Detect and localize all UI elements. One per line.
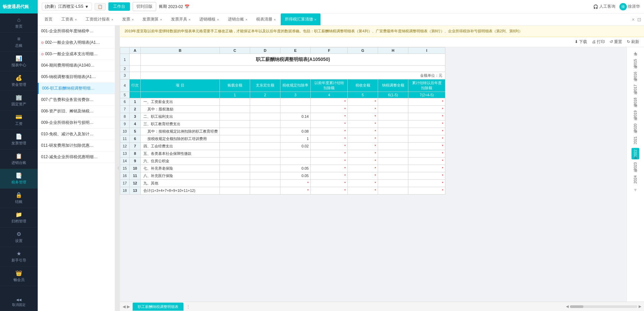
label-row-8[interactable]: 二、职工福利支出 [141, 113, 220, 120]
bottom-tab-main[interactable]: 职工薪酬纳税调整明细表 [133, 303, 183, 311]
tab-close-salary-report[interactable]: × [111, 18, 113, 22]
label-row-17[interactable]: 九、其他 [141, 179, 220, 187]
cell-f-12[interactable]: * [311, 142, 348, 150]
cell-h-8[interactable] [378, 113, 408, 120]
cell-c-15[interactable] [220, 165, 250, 172]
cell-i-13[interactable]: * [408, 150, 445, 157]
sidebar-item-invoice[interactable]: 📄 发票管理 [0, 130, 38, 149]
sheet-options-icon[interactable]: ⋮ [186, 304, 190, 309]
tab-close-purchase-ledger[interactable]: × [245, 18, 247, 22]
tab-close-invoice-calc[interactable]: × [160, 18, 162, 22]
switch-btn[interactable]: 切到旧版 [133, 2, 156, 11]
cell-d-8[interactable] [250, 113, 280, 120]
sidebar-item-report[interactable]: 📊 报表中心 [0, 52, 38, 71]
form-list-item-009[interactable]: 009-企业所得税弥补亏损明… [38, 117, 115, 129]
cell-i-10[interactable]: * [408, 128, 445, 135]
cell-e-13[interactable] [280, 150, 311, 157]
year-nav-up[interactable]: ▲ [632, 48, 639, 57]
collapse-handle[interactable]: 《 [115, 26, 120, 311]
form-list-item-003[interactable]: ⊙ 003-一般企业成本支出明细… [38, 48, 115, 60]
year-nav-down[interactable]: ▼ [632, 186, 639, 194]
sheet-nav-prev[interactable]: ◀ [123, 304, 126, 309]
tab-tax-clear[interactable]: 税表清册 × [252, 13, 280, 26]
year-nav-2020[interactable]: 2020年 [632, 122, 639, 133]
cell-h-16[interactable] [378, 172, 408, 179]
cell-e-7[interactable] [280, 105, 311, 113]
form-list-item-004[interactable]: 004-期间费用明细表(A1040… [38, 60, 115, 71]
cell-g-10[interactable]: * [348, 128, 378, 135]
cell-g-17[interactable]: * [348, 179, 378, 187]
cell-d-12[interactable] [250, 142, 280, 150]
tab-invoice[interactable]: 发票 × [118, 13, 138, 26]
form-list-item-007[interactable]: 007-广告费和业务宣传费弥… [38, 94, 115, 106]
cell-c-18[interactable] [220, 187, 250, 194]
cell-g-13[interactable]: * [348, 150, 378, 157]
tab-maximize-icon[interactable]: ⊡ [637, 17, 641, 22]
cell-f-7[interactable]: * [311, 105, 348, 113]
workspace-btn[interactable]: 工作台 [108, 2, 130, 11]
cell-g-16[interactable]: * [348, 172, 378, 179]
form-list-item-008[interactable]: 008-资产折旧、摊销及纳税… [38, 106, 115, 117]
year-nav-2023[interactable]: 2023年 [632, 161, 639, 172]
cell-g-6[interactable]: * [348, 98, 378, 105]
scrollbar-thumb[interactable] [570, 305, 583, 308]
form-list-item-002[interactable]: ⊙ 002-一般企业收入明细表(A1… [38, 37, 115, 48]
tab-close-tax-summary[interactable]: × [314, 18, 316, 22]
cell-d-14[interactable] [250, 157, 280, 165]
cell-i-6[interactable]: * [408, 98, 445, 105]
cell-g-8[interactable]: * [348, 113, 378, 120]
cell-f-6[interactable]: * [311, 98, 348, 105]
year-nav-2021[interactable]: 2021年 [632, 135, 639, 146]
year-nav-2016[interactable]: 2016年 [632, 70, 639, 81]
sidebar-item-archive[interactable]: 📁 归档管理 [0, 208, 38, 228]
cell-h-14[interactable] [378, 157, 408, 165]
scrollbar-track[interactable] [570, 305, 637, 308]
year-nav-2018[interactable]: 2018年 [632, 96, 639, 107]
cell-e-18[interactable]: * [280, 187, 311, 194]
tab-salary-report[interactable]: 工资统计报表 × [81, 13, 117, 26]
cell-i-16[interactable]: * [408, 172, 445, 179]
tab-purchase-ledger[interactable]: 进销台账 × [224, 13, 251, 26]
cell-i-8[interactable]: * [408, 113, 445, 120]
form-list-item-011[interactable]: 011-研发费用加计扣除优惠… [38, 140, 115, 151]
form-list-item-010[interactable]: 010-免税、减计收入及加计… [38, 129, 115, 140]
tab-tax-summary[interactable]: 所得税汇算清缴 × [281, 13, 320, 26]
label-row-6[interactable]: 一、工资薪金支出 [141, 98, 220, 105]
cell-f-13[interactable]: * [311, 150, 348, 157]
label-row-9[interactable]: 三、职工教育经费支出 [141, 120, 220, 128]
cell-g-15[interactable]: * [348, 165, 378, 172]
cell-f-15[interactable]: * [311, 165, 348, 172]
cell-h-7[interactable] [378, 105, 408, 113]
sidebar-item-guide[interactable]: ★ 新手引导 [0, 247, 38, 267]
label-row-15[interactable]: 七、补充养老保险 [141, 165, 220, 172]
cell-e-9[interactable] [280, 120, 311, 128]
year-nav-2019[interactable]: 2019年 [632, 109, 639, 120]
cell-i-14[interactable]: * [408, 157, 445, 165]
refresh-btn[interactable]: ↻ 刷新 [627, 39, 639, 45]
cell-e-15[interactable]: 0.05 [280, 165, 311, 172]
cell-e-8[interactable]: 0.14 [280, 113, 311, 120]
cell-e-17[interactable]: * [280, 179, 311, 187]
download-btn[interactable]: ⬇ 下载 [575, 39, 587, 45]
cell-h-13[interactable] [378, 150, 408, 157]
year-nav-2015[interactable]: 2015年 [632, 57, 639, 69]
cell-d-6[interactable] [250, 98, 280, 105]
year-nav-2017[interactable]: 2017年 [632, 83, 639, 94]
cell-g-14[interactable]: * [348, 157, 378, 165]
tab-close-tax-clear[interactable]: × [274, 18, 276, 22]
form-list-item-001[interactable]: 001-企业所得税年度纳税申… [38, 26, 115, 37]
cell-f-17[interactable]: * [311, 179, 348, 187]
cell-g-7[interactable]: * [348, 105, 378, 113]
cell-i-9[interactable]: * [408, 120, 445, 128]
cell-c-17[interactable] [220, 179, 250, 187]
cell-h-10[interactable] [378, 128, 408, 135]
label-row-18[interactable]: 合计(1+3+4+7+8+9+10+11+12) [141, 187, 220, 194]
cell-f-18[interactable]: * [311, 187, 348, 194]
cell-c-10[interactable] [220, 128, 250, 135]
cell-d-18[interactable] [250, 187, 280, 194]
tab-close-all-icon[interactable]: × [632, 17, 635, 22]
copy-btn[interactable]: 📋 [95, 3, 106, 10]
sidebar-item-home[interactable]: ⌂ 首页 [0, 13, 38, 33]
label-row-11[interactable]: 按税收规定全额扣除的职工培训费用 [141, 135, 220, 142]
cell-e-10[interactable]: 0.08 [280, 128, 311, 135]
